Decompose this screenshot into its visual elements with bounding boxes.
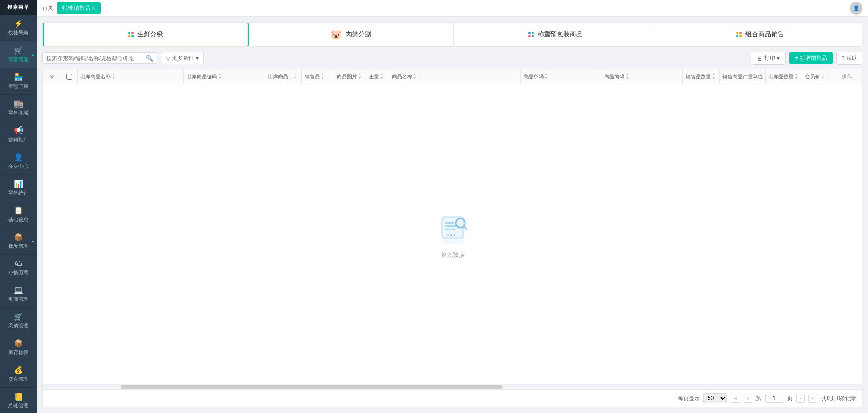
print-icon: 🖨 <box>757 55 762 62</box>
horizontal-scrollbar[interactable] <box>43 384 862 389</box>
sidebar-item-member[interactable]: 👤 会员中心 <box>0 148 37 175</box>
sort-arrows[interactable]: ▲▼ <box>321 73 324 80</box>
finance-icon: 💰 <box>14 366 23 374</box>
help-button[interactable]: ? 帮助 <box>836 52 862 65</box>
th-gear[interactable]: ⚙ <box>43 69 61 84</box>
th-img: 商品图片 ▲▼ <box>334 69 366 84</box>
tab-close-icon[interactable]: × <box>92 5 95 11</box>
last-page-button[interactable]: » <box>808 394 818 403</box>
sidebar-item-retail[interactable]: 🛒 零售管理 ▲ <box>0 41 37 68</box>
sort-arrows[interactable]: ▲▼ <box>358 73 362 80</box>
th-warehouse-code: 出库商品编码 ▲▼ <box>184 69 265 84</box>
sidebar-item-mini-ecom[interactable]: 🛍 小畅电商 <box>0 255 37 281</box>
sidebar-item-wholesale[interactable]: 📦 批发管理 ▼ <box>0 228 37 255</box>
current-tab[interactable]: 特殊销售品 × <box>57 2 101 14</box>
print-button[interactable]: 🖨 打印 ▾ <box>751 52 786 65</box>
page-size-select[interactable]: 50 100 200 <box>703 393 727 403</box>
filter-button[interactable]: ▽ 更多条件 ▾ <box>161 52 204 64</box>
sidebar-item-label: 零售统计 <box>8 189 28 196</box>
sidebar-item-label: 小畅电商 <box>8 269 28 276</box>
main-area: 首页 特殊销售品 × 👤 生鲜分级 🐷 肉类分割 <box>37 0 868 413</box>
th-warehouse-spec: 出库商品... ▲▼ <box>265 69 302 84</box>
toolbar-right: 🖨 打印 ▾ + 新增销售品 ? 帮助 <box>751 52 862 65</box>
data-table: ⚙ 出库商品名称 ▲▼ 出库商品编码 ▲▼ 出库商品... ▲▼ <box>42 69 862 407</box>
avatar[interactable]: 👤 <box>850 2 862 15</box>
total-text: 共0页 0条记录 <box>821 395 857 402</box>
sidebar-item-smart-store[interactable]: 🏪 智慧门店 <box>0 68 37 95</box>
th-warehouse-code-label: 出库商品编码 <box>187 73 217 80</box>
tab-fresh-grade-label: 生鲜分级 <box>137 30 163 39</box>
home-link[interactable]: 首页 <box>42 4 53 12</box>
sidebar-item-label: 采购管理 <box>8 322 28 329</box>
svg-point-8 <box>447 234 449 236</box>
table-body: 暂无数据 <box>43 84 862 384</box>
th-out-qty: 出库品数量 ▲▼ <box>766 69 802 84</box>
sort-arrows[interactable]: ▲▼ <box>821 73 825 80</box>
th-sku: 商品编码 ▲▼ <box>601 69 683 84</box>
search-input[interactable] <box>46 55 146 62</box>
prev-page-button[interactable]: ‹ <box>744 394 752 403</box>
th-sales: 销售品 ▲▼ <box>302 69 334 84</box>
first-page-button[interactable]: « <box>731 394 740 403</box>
th-barcode: 商品条码 ▲▼ <box>521 69 602 84</box>
tab-fresh-grade[interactable]: 生鲜分级 <box>43 23 249 46</box>
scrollbar-thumb[interactable] <box>121 385 502 389</box>
tab-meat-split[interactable]: 🐷 肉类分割 <box>249 23 453 46</box>
pagination: 每页显示 50 100 200 « ‹ 第 页 › » 共0页 0条记录 <box>43 389 862 407</box>
sidebar-item-retail-mall[interactable]: 🏬 零售商城 <box>0 95 37 121</box>
th-ops-label: 操作 <box>842 73 852 80</box>
th-ops: 操作 <box>839 69 862 84</box>
sort-arrows[interactable]: ▲▼ <box>413 73 417 80</box>
page-label-after: 页 <box>787 395 793 402</box>
sidebar-item-basic-info[interactable]: 📋 基础信息 <box>0 201 37 228</box>
th-price: 会员价 ▲▼ <box>802 69 839 84</box>
sidebar-item-label: 总账管理 <box>8 402 28 409</box>
th-out-qty-label: 出库品数量 <box>768 73 794 80</box>
sidebar-logo[interactable]: 搜索菜单 <box>0 0 37 15</box>
sort-arrows[interactable]: ▲▼ <box>218 73 221 80</box>
page-number-input[interactable] <box>765 394 783 403</box>
tab-combo-label: 组合商品销售 <box>745 30 784 39</box>
sort-arrows[interactable]: ▲▼ <box>112 73 115 80</box>
tab-weight-package-label: 称重预包装商品 <box>538 30 583 39</box>
sort-arrows[interactable]: ▲▼ <box>293 73 297 80</box>
content: 生鲜分级 🐷 肉类分割 称重预包装商品 组合商品销售 <box>37 17 868 413</box>
th-barcode-label: 商品条码 <box>523 73 544 80</box>
purchase-icon: 🛒 <box>14 312 23 321</box>
sidebar-item-purchase[interactable]: 🛒 采购管理 <box>0 308 37 334</box>
mini-ecom-icon: 🛍 <box>15 259 22 268</box>
select-all-checkbox[interactable] <box>66 74 72 80</box>
filter-arrow: ▾ <box>196 55 199 62</box>
th-main-label: 主量 <box>369 73 379 80</box>
sidebar-item-ecom-manage[interactable]: 💻 电商管理 <box>0 281 37 308</box>
sort-arrows[interactable]: ▲▼ <box>712 73 715 80</box>
sidebar-item-general-ledger[interactable]: 📒 总账管理 <box>0 388 37 413</box>
member-icon: 👤 <box>14 153 23 161</box>
sidebar-item-inventory[interactable]: 📦 库存核算 <box>0 334 37 361</box>
sidebar-item-quick-nav[interactable]: ⚡ 快捷导航 <box>0 15 37 41</box>
general-ledger-icon: 📒 <box>14 392 23 401</box>
add-sales-button[interactable]: + 新增销售品 <box>789 52 833 64</box>
svg-point-0 <box>441 239 464 244</box>
marketing-icon: 📢 <box>14 126 23 135</box>
sidebar-item-finance[interactable]: 💰 资金管理 <box>0 361 37 388</box>
next-page-button[interactable]: › <box>796 394 805 403</box>
sort-arrows[interactable]: ▲▼ <box>625 73 629 80</box>
th-name: 商品名称 ▲▼ <box>389 69 521 84</box>
sidebar-item-retail-stats[interactable]: 📊 零售统计 <box>0 175 37 201</box>
add-label: + 新增销售品 <box>795 54 827 62</box>
th-check[interactable] <box>61 69 78 84</box>
gear-icon: ⚙ <box>50 74 54 80</box>
tab-weight-package[interactable]: 称重预包装商品 <box>454 23 658 46</box>
th-price-label: 会员价 <box>805 73 820 80</box>
th-qty: 销售品数量 ▲▼ <box>683 69 720 84</box>
sort-arrows[interactable]: ▲▼ <box>794 73 798 80</box>
toolbar-left: 🔍 ▽ 更多条件 ▾ <box>42 52 204 64</box>
search-box[interactable]: 🔍 <box>42 52 157 64</box>
sort-arrows[interactable]: ▲▼ <box>380 73 384 80</box>
sidebar-item-marketing[interactable]: 📢 营销推广 <box>0 121 37 148</box>
tab-combo[interactable]: 组合商品销售 <box>658 23 862 46</box>
toolbar: 🔍 ▽ 更多条件 ▾ 🖨 打印 ▾ + 新增销售品 ? <box>42 52 862 65</box>
sidebar-item-label: 会员中心 <box>8 163 28 170</box>
sort-arrows[interactable]: ▲▼ <box>545 73 548 80</box>
